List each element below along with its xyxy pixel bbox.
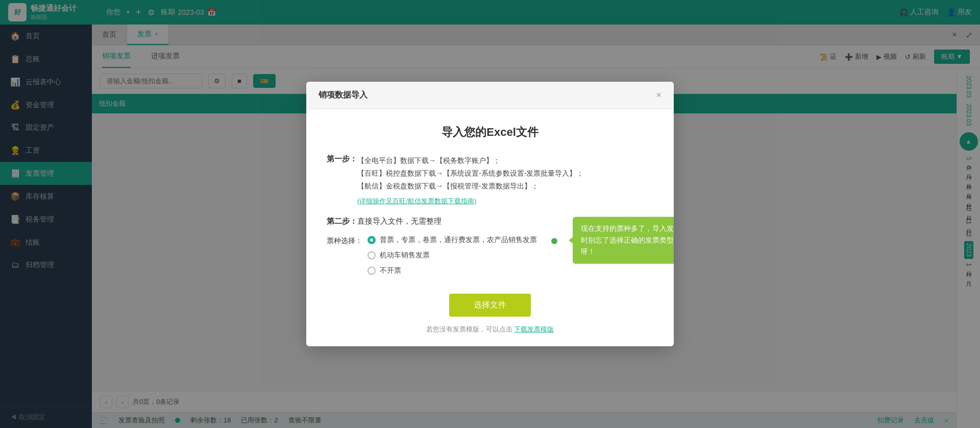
modal-main-title: 导入您的Excel文件 <box>327 125 653 140</box>
radio-options: 普票，专票，卷票，通行费发票，农产品销售发票 × 现在支持的票种多了，导入发票时… <box>368 235 557 281</box>
ticket-select-row: 票种选择： 普票，专票，卷票，通行费发票，农产品销售发票 × 现在支持的票种多了… <box>327 235 653 281</box>
tooltip-dot <box>551 238 557 244</box>
modal-body: 导入您的Excel文件 第一步： 【全电平台】数据下载→【税务数字账户】； 【百… <box>306 109 674 347</box>
ticket-select-label: 票种选择： <box>327 235 368 246</box>
modal-overlay: 销项数据导入 × 导入您的Excel文件 第一步： 【全电平台】数据下载→【税务… <box>0 0 980 428</box>
step1-content: 【全电平台】数据下载→【税务数字账户】； 【百旺】税控盘数据下载→【系统设置-系… <box>357 154 583 208</box>
step1-line1: 【全电平台】数据下载→【税务数字账户】； <box>357 154 583 167</box>
radio-3-circle <box>368 267 376 275</box>
tooltip-bubble: × 现在支持的票种多了，导入发票时别忘了选择正确的发票类型呀！ <box>573 217 674 264</box>
modal-close-btn[interactable]: × <box>656 90 662 101</box>
modal-dialog: 销项数据导入 × 导入您的Excel文件 第一步： 【全电平台】数据下载→【税务… <box>306 82 674 347</box>
radio-2-circle <box>368 251 376 259</box>
step1-line3: 【航信】金税盘数据下载→【报税管理-发票数据导出】； <box>357 180 583 193</box>
step1-guide-link[interactable]: (详细操作见百旺/航信发票数据下载指南) <box>357 197 476 205</box>
select-file-btn[interactable]: 选择文件 <box>449 294 531 317</box>
radio-2-label: 机动车销售发票 <box>380 251 430 260</box>
step2-content: 直接导入文件，无需整理 <box>357 217 442 226</box>
tooltip-anchor: × 现在支持的票种多了，导入发票时别忘了选择正确的发票类型呀！ <box>551 236 557 244</box>
step1-label: 第一步： <box>327 154 357 208</box>
step1-link-container: (详细操作见百旺/航信发票数据下载指南) <box>357 195 583 207</box>
radio-option-2[interactable]: 机动车销售发票 <box>368 251 557 260</box>
radio-option-3[interactable]: 不开票 <box>368 266 557 275</box>
step1-row: 第一步： 【全电平台】数据下载→【税务数字账户】； 【百旺】税控盘数据下载→【系… <box>327 154 653 208</box>
download-template-link[interactable]: 下载发票模版 <box>514 325 554 333</box>
step1-line2: 【百旺】税控盘数据下载→【系统设置-系统参数设置-发票批量导入】； <box>357 167 583 180</box>
modal-title: 销项数据导入 <box>318 90 368 101</box>
step1-inline: 第一步： 【全电平台】数据下载→【税务数字账户】； 【百旺】税控盘数据下载→【系… <box>327 154 653 208</box>
radio-3-label: 不开票 <box>380 266 401 275</box>
radio-group: 票种选择： 普票，专票，卷票，通行费发票，农产品销售发票 × 现在支持的票种多了… <box>327 235 653 281</box>
radio-1-label: 普票，专票，卷票，通行费发票，农产品销售发票 <box>380 235 537 245</box>
select-file-container: 选择文件 <box>327 294 653 317</box>
modal-header: 销项数据导入 × <box>306 82 674 109</box>
radio-1-circle <box>368 236 376 244</box>
tooltip-text: 现在支持的票种多了，导入发票时别忘了选择正确的发票类型呀！ <box>581 225 674 256</box>
step2-label: 第二步： <box>327 217 357 226</box>
modal-footer-note: 若您没有发票模版，可以点击 下载发票模版 <box>327 325 653 334</box>
footer-note-text: 若您没有发票模版，可以点击 <box>426 325 512 333</box>
radio-option-1[interactable]: 普票，专票，卷票，通行费发票，农产品销售发票 × 现在支持的票种多了，导入发票时… <box>368 235 557 245</box>
